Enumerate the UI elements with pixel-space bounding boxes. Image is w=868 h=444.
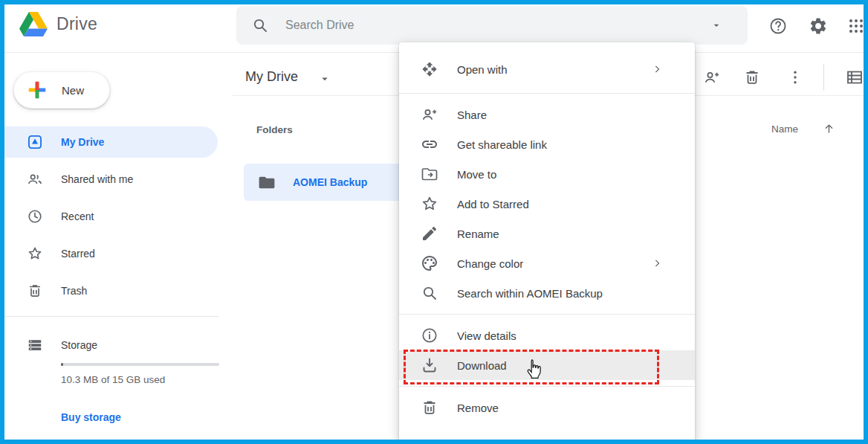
folder-icon: [257, 173, 276, 192]
menu-divider: [399, 93, 695, 94]
sidebar-item-label: Recent: [61, 210, 94, 222]
sidebar-item-storage[interactable]: Storage: [0, 329, 218, 361]
search-icon: [421, 284, 438, 302]
menu-item-change-color[interactable]: Change color: [399, 248, 695, 278]
menu-item-open-with[interactable]: Open with: [399, 51, 695, 87]
page-title[interactable]: My Drive: [245, 69, 298, 85]
gear-icon[interactable]: [809, 16, 828, 36]
apps-grid-icon[interactable]: [847, 17, 865, 35]
help-icon[interactable]: [768, 16, 788, 36]
person-add-icon: [421, 106, 438, 123]
storage-icon: [27, 337, 43, 353]
chevron-right-icon: [650, 62, 664, 76]
sidebar-item-label: Starred: [61, 248, 95, 260]
menu-item-add-to-starred[interactable]: Add to Starred: [399, 189, 695, 219]
menu-item-download[interactable]: Download: [399, 350, 695, 380]
sidebar-item-trash[interactable]: Trash: [0, 275, 218, 306]
menu-divider: [399, 314, 695, 315]
search-options-caret-icon[interactable]: [710, 19, 722, 31]
trash-icon[interactable]: [743, 68, 761, 86]
person-add-icon[interactable]: [703, 68, 721, 86]
link-icon: [421, 135, 438, 153]
sidebar-item-my-drive[interactable]: My Drive: [0, 126, 218, 158]
folder-move-icon: [421, 165, 438, 183]
open-with-icon: [421, 60, 438, 78]
search-icon[interactable]: [251, 16, 269, 34]
menu-item-search-within[interactable]: Search within AOMEI Backup: [399, 278, 695, 308]
sidebar-item-label: Shared with me: [61, 173, 133, 185]
sidebar-item-recent[interactable]: Recent: [0, 201, 218, 232]
info-icon: [421, 326, 438, 344]
app-title: Drive: [56, 14, 97, 34]
people-icon: [27, 171, 43, 187]
plus-multicolor-icon: [26, 79, 48, 101]
arrow-up-icon[interactable]: [822, 121, 836, 135]
menu-item-label: Move to: [457, 168, 496, 181]
sidebar-item-starred[interactable]: Starred: [0, 238, 218, 269]
sidebar-divider: [0, 316, 219, 317]
star-icon: [27, 245, 43, 262]
menu-item-remove[interactable]: Remove: [399, 393, 695, 422]
new-button[interactable]: New: [13, 71, 110, 109]
menu-divider: [399, 386, 695, 387]
menu-item-rename[interactable]: Rename: [399, 219, 695, 248]
list-view-icon[interactable]: [846, 68, 864, 86]
storage-usage-text: 10.3 MB of 15 GB used: [61, 374, 165, 385]
chevron-right-icon: [650, 257, 664, 270]
menu-item-share[interactable]: Share: [399, 100, 695, 129]
menu-item-label: View details: [457, 329, 516, 342]
trash-icon: [27, 283, 43, 299]
menu-item-label: Add to Starred: [457, 198, 529, 210]
menu-item-move-to[interactable]: Move to: [399, 159, 695, 189]
menu-item-label: Change color: [457, 257, 523, 270]
menu-item-label: Remove: [457, 402, 499, 414]
storage-progress-fill: [61, 363, 63, 366]
pencil-icon: [421, 225, 438, 242]
new-button-label: New: [62, 84, 84, 97]
drive-box-icon: [27, 134, 43, 150]
buy-storage-link[interactable]: Buy storage: [61, 411, 121, 423]
menu-item-label: Share: [457, 109, 487, 121]
folder-aomei-backup[interactable]: AOMEI Backup: [244, 164, 418, 201]
download-icon: [421, 356, 438, 374]
context-menu: Open with Share Get shareable link Move …: [399, 42, 695, 444]
folders-section-label: Folders: [256, 124, 293, 135]
sort-by-name[interactable]: Name: [771, 123, 798, 135]
toolbar-divider: [823, 64, 824, 91]
menu-item-label: Get shareable link: [457, 138, 547, 151]
sidebar-item-shared-with-me[interactable]: Shared with me: [0, 164, 218, 195]
clock-icon: [27, 208, 43, 225]
google-drive-window: Drive New My Drive Shared with me Recent…: [0, 0, 868, 444]
palette-icon: [421, 254, 438, 272]
search-bar[interactable]: [236, 6, 748, 45]
star-icon: [421, 195, 438, 213]
sidebar-item-label: Trash: [61, 285, 87, 297]
menu-item-label: Open with: [457, 63, 508, 76]
storage-label: Storage: [61, 339, 97, 351]
search-input[interactable]: [284, 18, 710, 33]
menu-item-view-details[interactable]: View details: [399, 321, 695, 350]
trash-icon: [421, 399, 438, 416]
menu-item-label: Download: [457, 359, 507, 372]
more-vert-icon[interactable]: [786, 68, 804, 86]
menu-item-label: Rename: [457, 228, 499, 240]
drive-logo-icon[interactable]: [19, 12, 48, 37]
storage-progress-bar: [61, 363, 219, 366]
folder-name: AOMEI Backup: [293, 176, 367, 188]
menu-item-get-shareable-link[interactable]: Get shareable link: [399, 129, 695, 159]
menu-item-label: Search within AOMEI Backup: [457, 287, 603, 300]
sidebar-item-label: My Drive: [61, 136, 104, 148]
caret-down-icon[interactable]: [318, 72, 331, 86]
